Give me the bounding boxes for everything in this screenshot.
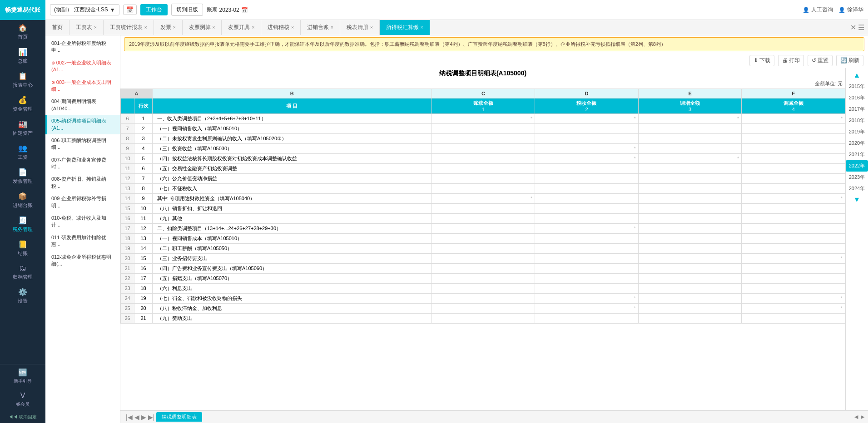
hang-number[interactable]: 14 [134,243,153,253]
zaizai-cell[interactable] [432,253,535,263]
item-content[interactable]: 其中: 专项用途财政性资金（填写A105040） [153,193,432,203]
zaizai-cell[interactable] [432,133,535,143]
tab-tax-forms[interactable]: 税表清册 × [340,20,380,35]
item-content[interactable]: （八）销售折扣、折让和退回 [153,203,432,213]
item-content[interactable]: （一）视同销售收入（填写A105010） [153,123,432,133]
company-selector[interactable]: (物副） 江西股金-LSS ▼ [50,4,119,15]
tax-cell[interactable] [535,263,639,273]
tab-invoice-issue-close[interactable]: × [252,25,254,30]
hang-number[interactable]: 10 [134,203,153,213]
hang-number[interactable]: 16 [134,263,153,273]
reduce-cell[interactable]: * [742,253,845,263]
add-cell[interactable] [638,203,742,213]
add-cell[interactable] [638,283,742,293]
hang-number[interactable]: 20 [134,303,153,313]
form-list-item-003[interactable]: ⊗ 003-一般企业成本支出明细... [45,76,120,96]
item-content[interactable]: （二）未按权责发生制原则确认的收入（填写A105020①） [153,133,432,143]
tab-purchase-sales-close[interactable]: × [331,25,333,30]
tax-cell[interactable]: * [535,113,639,123]
zaizai-cell[interactable] [432,203,535,213]
reduce-cell[interactable] [742,233,845,243]
tab-invoice-calc[interactable]: 发票测算 × [183,20,222,35]
hang-number[interactable]: 19 [134,293,153,303]
hang-number[interactable]: 7 [134,173,153,183]
add-cell[interactable] [638,253,742,263]
sidebar-item-close[interactable]: 📒 结账 [0,236,45,261]
workbench-button[interactable]: 工作台 [140,4,168,15]
add-cell[interactable] [638,173,742,183]
form-list-item-011[interactable]: 011-研发费用加计扣除优惠... [45,231,120,251]
item-content[interactable]: 二、扣除类调整项目（13+14+...24+26+27+28+29+30） [153,223,432,233]
sidebar-item-payroll[interactable]: 👥 工资 [0,140,45,164]
hang-number[interactable]: 15 [134,253,153,263]
tab-home[interactable]: 首页 [45,20,69,35]
item-content[interactable]: （三）业务招待要支出 [153,253,432,263]
zaizai-cell[interactable] [432,153,535,163]
item-content[interactable]: （四）广告费和业务宣传费支出（填写A105060） [153,263,432,273]
form-list-item-005[interactable]: 005-纳税调整项目明细表(A1... [45,115,120,134]
hang-number[interactable]: 17 [134,273,153,283]
tax-cell[interactable] [535,243,639,253]
tax-cell[interactable] [535,173,639,183]
item-content[interactable]: （四）按权益法核算长期股权投资对初始投资成本调整确认收益 [153,153,432,163]
tax-cell[interactable] [535,133,639,143]
item-content[interactable]: （五）捐赠支出（填写A105070） [153,273,432,283]
hang-number[interactable]: 13 [134,233,153,243]
zaizai-cell[interactable]: * [432,193,535,203]
add-cell[interactable] [638,313,742,323]
item-content[interactable]: （二）职工薪酬（填写A105050） [153,243,432,253]
form-list-item-004[interactable]: 004-期间费用明细表(A1040... [45,95,120,115]
item-content[interactable]: （九）赞助支出 [153,313,432,323]
zaizai-cell[interactable] [432,283,535,293]
year-2018[interactable]: 2018年 [846,115,868,126]
reduce-cell[interactable] [742,203,845,213]
tax-cell[interactable]: * [535,143,639,153]
tax-cell[interactable] [535,193,639,203]
hang-number[interactable]: 2 [134,123,153,133]
zaizai-cell[interactable] [432,293,535,303]
add-cell[interactable]: * [638,113,742,123]
year-2017[interactable]: 2017年 [846,103,868,115]
reduce-cell[interactable]: * [742,193,845,203]
year-2015[interactable]: 2015年 [846,81,868,92]
hang-number[interactable]: 8 [134,183,153,193]
tab-invoice-close[interactable]: × [173,25,176,30]
hang-number[interactable]: 1 [134,113,153,123]
zaizai-cell[interactable] [432,313,535,323]
sidebar-item-archive[interactable]: 🗂 归档管理 [0,261,45,284]
tax-cell[interactable] [535,123,639,133]
zaizai-cell[interactable]: * [432,113,535,123]
reduce-cell[interactable] [742,283,845,293]
tab-invoice[interactable]: 发票 × [154,20,183,35]
reduce-cell[interactable]: * [742,303,845,313]
hang-number[interactable]: 4 [134,143,153,153]
add-cell[interactable] [638,193,742,203]
year-2024[interactable]: 2024年 [846,183,868,194]
reduce-cell[interactable] [742,183,845,193]
tax-cell[interactable] [535,283,639,293]
form-list-item-008[interactable]: 008-资产折旧、摊销及纳税... [45,173,120,192]
reduce-cell[interactable] [742,313,845,323]
tab-audit-close[interactable]: × [291,25,294,30]
tab-invoice-issue[interactable]: 发票开具 × [222,20,261,35]
user-profile[interactable]: 👤 徐泽华 [838,6,863,14]
tax-cell[interactable] [535,163,639,173]
year-2019[interactable]: 2019年 [846,126,868,138]
form-list-item-009[interactable]: 009-企业所得税弥补亏损明... [45,192,120,212]
tax-cell[interactable]: * [535,153,639,163]
print-button[interactable]: 🖨 打印 [778,55,804,66]
zaizai-cell[interactable] [432,163,535,173]
item-content[interactable]: （六）公允价值变动净损益 [153,173,432,183]
add-cell[interactable] [638,183,742,193]
tab-tax-forms-close[interactable]: × [370,25,373,30]
year-2016[interactable]: 2016年 [846,92,868,103]
sheet-nav-first[interactable]: |◀ [126,413,133,421]
reduce-cell[interactable] [742,123,845,133]
reduce-cell[interactable] [742,173,845,183]
scroll-left-icon[interactable]: ◀ [854,414,858,420]
add-cell[interactable] [638,293,742,303]
tax-cell[interactable] [535,253,639,263]
tax-cell[interactable] [535,273,639,283]
item-content[interactable]: （八）税收滞纳金、加收利息 [153,303,432,313]
zaizai-cell[interactable] [432,243,535,253]
